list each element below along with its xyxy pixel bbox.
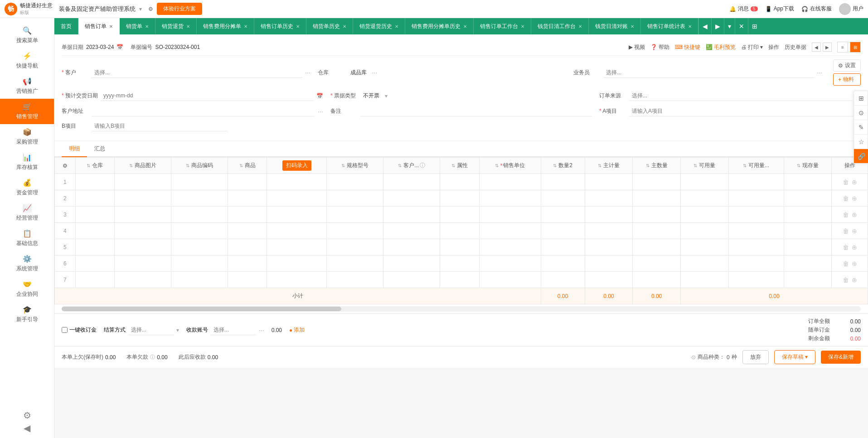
discard-button[interactable]: 放弃 (742, 350, 769, 364)
row-1-customer-ref[interactable] (383, 174, 440, 190)
row-1-current-stock[interactable] (784, 174, 832, 190)
salesperson-input[interactable] (603, 67, 814, 78)
delete-icon[interactable]: 🗑 (843, 211, 849, 218)
customer-input[interactable] (92, 67, 302, 78)
sidebar-item-finance[interactable]: 💰 资金管理 (0, 175, 54, 200)
sidebar-item-marketing[interactable]: 📢 营销推广 (0, 73, 54, 99)
delete-icon[interactable]: 🗑 (843, 195, 849, 202)
tab-close-icon[interactable]: ✕ (244, 24, 247, 29)
current-stock-sort-icon[interactable]: ⇅ (797, 163, 800, 168)
customer-ref-info-icon[interactable]: ⓘ (420, 162, 425, 169)
copy-icon[interactable]: ⊕ (852, 211, 857, 218)
warehouse-value[interactable]: 成品库 (348, 67, 369, 78)
tab-detail[interactable]: 明细 (62, 141, 87, 157)
delete-icon[interactable]: 🗑 (843, 276, 849, 284)
date-value[interactable]: 2023-03-24 (86, 44, 114, 50)
copy-icon[interactable]: ⊕ (852, 276, 857, 284)
tab-close-icon[interactable]: ✕ (688, 24, 692, 29)
spec-type-sort-icon[interactable]: ⇅ (341, 163, 345, 168)
b-project-input[interactable] (92, 121, 228, 131)
tab-close-icon[interactable]: ✕ (630, 24, 634, 29)
tab-nav-close-all[interactable]: ✕ (735, 18, 748, 34)
product-code-sort-icon[interactable]: ⇅ (186, 163, 189, 168)
available2-sort-icon[interactable]: ⇅ (743, 163, 747, 168)
tab-ar-reconcile[interactable]: 钱货日清对账 ✕ (589, 18, 641, 34)
user-item[interactable]: 用户 (839, 3, 863, 15)
right-icon-1[interactable]: ⊞ (854, 91, 868, 106)
solution-button[interactable]: 体验行业方案 (157, 3, 202, 15)
calendar-icon[interactable]: 📅 (116, 44, 123, 50)
prev-record-btn[interactable]: ◀ (812, 43, 821, 52)
main-unit-sort-icon[interactable]: ⇅ (598, 163, 601, 168)
tab-sales-return-history[interactable]: 销货单历史 ✕ (306, 18, 353, 34)
a-project-input[interactable] (629, 106, 861, 116)
delete-icon[interactable]: 🗑 (843, 260, 849, 267)
bank-account-input[interactable] (211, 325, 256, 335)
available-sort-icon[interactable]: ⇅ (693, 163, 697, 168)
save-new-button[interactable]: 保存&新增 (821, 351, 861, 364)
tab-close-icon[interactable]: ✕ (521, 24, 524, 29)
current-debt-info-icon[interactable]: ⓘ (150, 354, 155, 361)
sidebar-item-quick-nav[interactable]: ⚡ 快捷导航 (0, 48, 54, 73)
delivery-date-input[interactable] (101, 91, 314, 101)
settings-icon[interactable]: ⚙ (148, 6, 153, 12)
right-icon-5[interactable]: 🔗 (854, 149, 868, 164)
list-view-btn[interactable]: ≡ (837, 42, 848, 53)
shortcut-button[interactable]: ⌨ 快捷键 (675, 43, 700, 51)
sidebar-item-basic-info[interactable]: 📋 基础信息 (0, 226, 54, 251)
ticket-type-dropdown-icon[interactable]: ▾ (385, 93, 388, 99)
row-1-warehouse[interactable] (75, 174, 114, 190)
sidebar-item-purchase[interactable]: 📦 采购管理 (0, 124, 54, 149)
help-button[interactable]: ❓ 帮助 (650, 43, 669, 51)
delete-icon[interactable]: 🗑 (843, 244, 849, 251)
quick-settle-checkbox-input[interactable] (62, 327, 68, 333)
customer-ref-sort-icon[interactable]: ⇅ (398, 163, 402, 168)
copy-icon[interactable]: ⊕ (852, 260, 857, 267)
right-icon-4[interactable]: ☆ (854, 135, 868, 149)
tab-ar-clear-workbench[interactable]: 钱货日清工作台 ✕ (531, 18, 589, 34)
history-button[interactable]: 历史单据 (785, 43, 806, 51)
sidebar-settings-icon[interactable]: ⚙ (23, 410, 31, 421)
print-dropdown-icon[interactable]: ▾ (760, 44, 763, 50)
delete-icon[interactable]: 🗑 (843, 227, 849, 235)
customer-more-icon[interactable]: ··· (305, 69, 310, 76)
tab-nav-next[interactable]: ▶ (711, 18, 724, 34)
system-name-dropdown-icon[interactable]: ▾ (139, 6, 142, 12)
row-1-available2[interactable] (728, 174, 784, 190)
save-draft-button[interactable]: 保存草稿 ▾ (774, 350, 815, 364)
tab-summary[interactable]: 汇总 (87, 141, 112, 157)
sales-unit-sort-icon[interactable]: ⇅ (495, 163, 499, 168)
tab-close-icon[interactable]: ✕ (186, 24, 190, 29)
horizontal-scrollbar[interactable] (62, 306, 861, 312)
sidebar-item-enterprise[interactable]: 🤝 企业协同 (0, 276, 54, 302)
card-view-btn[interactable]: ⊞ (850, 42, 861, 53)
tab-sales-return[interactable]: 销货单 ✕ (120, 18, 155, 34)
main-qty-sort-icon[interactable]: ⇅ (646, 163, 650, 168)
add-button[interactable]: ● 添加 (289, 326, 305, 334)
tab-sales-order-workbench[interactable]: 销售订单工作台 ✕ (474, 18, 531, 34)
bank-account-more-icon[interactable]: ··· (259, 327, 264, 334)
attribute-sort-icon[interactable]: ⇅ (451, 163, 455, 168)
print-button[interactable]: 🖨 打印 ▾ (741, 43, 763, 51)
tab-sales-fee-history[interactable]: 销售费用分摊单历史 ✕ (405, 18, 474, 34)
date-picker-icon[interactable]: 📅 (316, 93, 323, 99)
remark-input[interactable] (360, 106, 592, 116)
row-1-product-image[interactable] (114, 174, 171, 190)
online-service-item[interactable]: 🎧 在线客服 (801, 5, 832, 13)
salesperson-more-icon[interactable]: ··· (817, 69, 822, 76)
address-more-icon[interactable]: ··· (318, 108, 323, 115)
copy-icon[interactable]: ⊕ (852, 227, 857, 235)
row-1-product-code[interactable] (171, 174, 228, 190)
warehouse-sort-icon[interactable]: ⇅ (87, 163, 90, 168)
save-draft-dropdown-icon[interactable]: ▾ (805, 354, 808, 360)
sidebar-item-sales[interactable]: 🛒 销售管理 (0, 99, 54, 124)
notification-item[interactable]: 🔔 消息 5 (729, 5, 758, 13)
tab-close-icon[interactable]: ✕ (296, 24, 300, 29)
settings-button[interactable]: ⚙ 设置 (833, 59, 861, 72)
tab-close-icon[interactable]: ✕ (395, 24, 398, 29)
row-1-available[interactable] (680, 174, 728, 190)
row-1-spec-type[interactable] (326, 174, 383, 190)
tab-sales-order[interactable]: 销售订单 ✕ (78, 18, 120, 34)
profit-preview-button[interactable]: 💹 毛利预览 (706, 43, 736, 51)
settle-method-input[interactable] (128, 325, 174, 335)
